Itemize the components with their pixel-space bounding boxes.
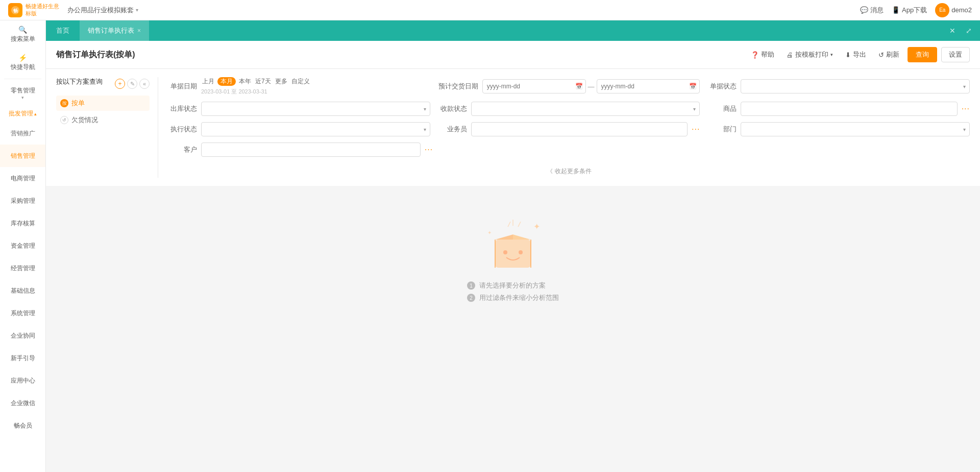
sidebar-item-wechat[interactable]: 企业微信: [0, 392, 45, 414]
sidebar-item-shortcuts[interactable]: ⚡ 快捷导航: [0, 49, 45, 77]
customer-more-icon[interactable]: ···: [425, 145, 433, 154]
sidebar-item-member[interactable]: 畅会员: [0, 414, 45, 437]
collapse-plan-button[interactable]: «: [139, 79, 150, 89]
status-select[interactable]: [741, 79, 970, 93]
sidebar-item-wholesale[interactable]: 批发管理 ▴: [0, 105, 45, 122]
dept-label: 部门: [708, 125, 737, 134]
date-end-input[interactable]: [597, 79, 700, 93]
sidebar-item-finance[interactable]: 资金管理: [0, 234, 45, 257]
plan-icon: 按: [60, 99, 68, 107]
hint-num-1: 1: [467, 281, 475, 290]
salesperson-input[interactable]: [471, 122, 688, 136]
settings-button[interactable]: 设置: [941, 47, 970, 62]
refresh-button[interactable]: ↺ 刷新: [874, 48, 903, 61]
edit-plan-button[interactable]: ✎: [127, 79, 137, 89]
goods-more-icon[interactable]: ···: [962, 104, 970, 113]
sidebar-item-enterprise[interactable]: 企业协同: [0, 324, 45, 347]
customer-group: 客户 ···: [168, 143, 433, 157]
tab-close-button[interactable]: ×: [137, 27, 141, 34]
exec-select[interactable]: [201, 122, 430, 136]
add-plan-button[interactable]: +: [115, 79, 125, 89]
outbound-label: 出库状态: [168, 104, 197, 113]
last7days-btn[interactable]: 近7天: [254, 77, 272, 86]
tab-home[interactable]: 首页: [46, 20, 80, 41]
sidebar-item-operations[interactable]: 经营管理: [0, 257, 45, 279]
sidebar-subitem-sales[interactable]: 销售管理: [0, 145, 45, 167]
goods-input[interactable]: [741, 102, 957, 116]
query-button[interactable]: 查询: [908, 47, 937, 62]
exec-group: 执行状态 ▾: [168, 122, 430, 136]
empty-state: ✦ ✦ 1 请先选择要分析的方案: [46, 186, 980, 333]
sidebar-item-ecommerce[interactable]: 电商管理: [0, 167, 45, 190]
print-button[interactable]: 🖨 按模板打印 ▾: [782, 48, 837, 61]
help-icon: ❓: [751, 51, 759, 59]
customer-input[interactable]: [201, 143, 421, 157]
user-profile[interactable]: Ea demo2: [935, 3, 972, 17]
this-year-btn[interactable]: 本年: [238, 77, 252, 86]
app-selector[interactable]: 办公用品行业模拟账套 ▾: [63, 4, 142, 17]
expected-date-label: 预计交货日期: [438, 82, 478, 91]
filter-section: 按以下方案查询 + ✎ « 按: [46, 69, 980, 186]
sidebar-item-retail[interactable]: 零售管理 ▾: [0, 81, 45, 105]
custom-date-btn[interactable]: 自定义: [290, 77, 311, 86]
dept-select[interactable]: [741, 122, 970, 136]
date-range-hint: 2023-03-01 至 2023-03-31: [201, 88, 430, 96]
avatar: Ea: [935, 3, 949, 17]
svg-point-12: [503, 250, 507, 254]
collapse-icon: «: [143, 81, 146, 87]
payment-select[interactable]: [471, 102, 700, 116]
payment-group: 收款状态 ▾: [438, 102, 700, 116]
salesperson-more-icon[interactable]: ···: [692, 125, 700, 134]
outbound-select-wrap: ▾: [201, 102, 430, 116]
collapse-more-button[interactable]: 《 收起更多条件: [168, 163, 970, 178]
svg-point-13: [519, 250, 523, 254]
sidebar-item-basic-info[interactable]: 基础信息: [0, 279, 45, 302]
help-button[interactable]: ❓ 帮助: [747, 48, 778, 61]
arrow-up-icon: ▴: [34, 111, 37, 116]
svg-line-9: [508, 222, 510, 227]
page-actions: ❓ 帮助 🖨 按模板打印 ▾ ⬇ 导出 ↺ 刷新: [747, 47, 970, 62]
print-arrow-icon: ▾: [830, 52, 833, 57]
this-month-btn[interactable]: 本月: [217, 77, 236, 86]
outbound-select[interactable]: [201, 102, 430, 116]
filter-row-4: 客户 ···: [168, 143, 970, 157]
plan-item-active[interactable]: 按 按单: [56, 96, 150, 111]
svg-text:✦: ✦: [533, 222, 540, 231]
download-icon: 📱: [892, 6, 900, 14]
sidebar-item-system[interactable]: 系统管理: [0, 302, 45, 324]
sidebar: 🔍 搜索菜单 ⚡ 快捷导航 零售管理 ▾ 批发管理 ▴ 营销推广 销售管理 电商…: [0, 20, 46, 472]
empty-hint-2: 2 用过滤条件来缩小分析范围: [467, 293, 559, 302]
sidebar-group-wholesale: 批发管理 ▴ 营销推广 销售管理: [0, 105, 45, 167]
sidebar-item-purchase[interactable]: 采购管理: [0, 190, 45, 212]
export-icon: ⬇: [845, 51, 851, 59]
tab-active[interactable]: 销售订单执行表 ×: [80, 20, 149, 41]
header-left: 畅 畅捷通好生意 标版 办公用品行业模拟账套 ▾: [8, 3, 142, 17]
filter-row-2: 出库状态 ▾ 收款状态: [168, 102, 970, 116]
sidebar-item-inventory[interactable]: 库存核算: [0, 212, 45, 234]
more-date-btn[interactable]: 更多: [274, 77, 288, 86]
salesperson-label: 业务员: [438, 125, 467, 134]
sidebar-item-appcenter[interactable]: 应用中心: [0, 369, 45, 392]
svg-text:✦: ✦: [487, 230, 492, 235]
search-icon: 🔍: [18, 26, 27, 34]
date-group: 单据日期 上月 本月 本年 近7天 更多 自定义 20: [168, 77, 430, 96]
sidebar-subitem-marketing[interactable]: 营销推广: [0, 122, 45, 145]
filter-left-actions: + ✎ «: [115, 79, 150, 89]
tab-restore-button[interactable]: ⤢: [962, 23, 976, 38]
date-shortcuts: 上月 本月 本年 近7天 更多 自定义: [201, 77, 430, 86]
empty-svg: ✦ ✦: [482, 217, 544, 273]
main-layout: 🔍 搜索菜单 ⚡ 快捷导航 零售管理 ▾ 批发管理 ▴ 营销推广 销售管理 电商…: [0, 20, 980, 472]
sub-plan-item[interactable]: ↺ 欠货情况: [56, 113, 150, 127]
message-button[interactable]: 💬 消息: [860, 6, 884, 15]
date-start-input[interactable]: [482, 79, 586, 93]
page-content: 销售订单执行表(按单) ❓ 帮助 🖨 按模板打印 ▾ ⬇ 导出: [46, 41, 980, 472]
svg-marker-3: [495, 234, 513, 240]
svg-marker-4: [513, 234, 531, 240]
last-month-btn[interactable]: 上月: [201, 77, 215, 86]
sidebar-item-search[interactable]: 🔍 搜索菜单: [0, 20, 45, 49]
app-download-button[interactable]: 📱 App下载: [892, 6, 927, 15]
export-button[interactable]: ⬇ 导出: [841, 48, 870, 61]
customer-label: 客户: [168, 145, 197, 154]
tab-close-window-button[interactable]: ✕: [945, 23, 960, 38]
sidebar-item-guide[interactable]: 新手引导: [0, 347, 45, 369]
